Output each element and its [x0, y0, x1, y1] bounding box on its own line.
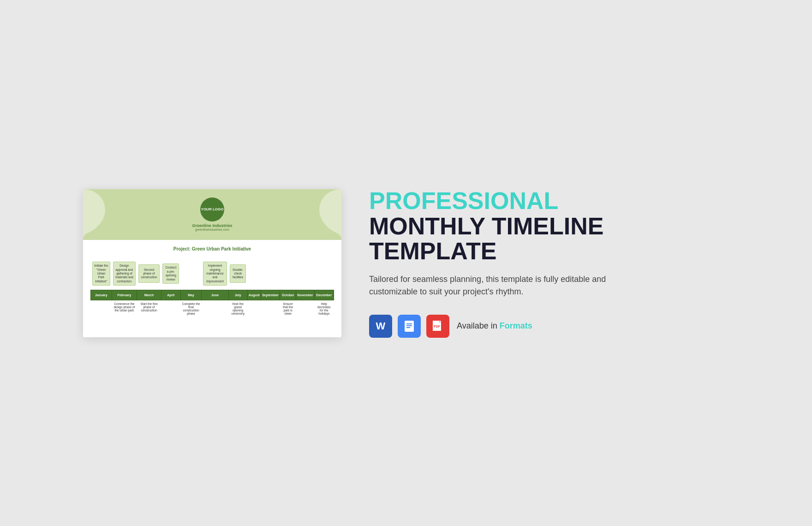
- month-apr: April: [161, 290, 180, 300]
- word-icon: W: [369, 315, 392, 338]
- task-jul: Double-check facilities: [228, 258, 247, 290]
- svg-text:PDF: PDF: [434, 325, 441, 328]
- main-container: YOUR LOGO Greenline Industries greenline…: [83, 188, 729, 338]
- month-may: May: [180, 290, 202, 300]
- btask-may: Complete the final construction phase: [180, 300, 202, 328]
- company-name: Greenline Industries: [192, 223, 232, 228]
- task-box-mar: Second phase of construction: [138, 264, 160, 283]
- task-may: [180, 258, 202, 290]
- task-feb: Design approval and gathering of materia…: [112, 258, 137, 290]
- month-oct: October: [280, 290, 296, 300]
- btask-jun: [202, 300, 228, 328]
- btask-dec: Help decorates for the holidays: [314, 300, 334, 328]
- docs-svg: [403, 320, 416, 333]
- task-apr: Conduct a pre-opening review: [161, 258, 180, 290]
- task-jun: Implement ongoing maintenance and improv…: [202, 258, 228, 290]
- formats-row: W PDF Avai: [369, 315, 729, 338]
- header-center: YOUR LOGO Greenline Industries greenline…: [192, 197, 232, 231]
- btask-oct: Ensure that the park is clean: [280, 300, 296, 328]
- task-mar: Second phase of construction: [137, 258, 161, 290]
- doc-body: Project: Green Urban Park Initiative Ini…: [83, 240, 341, 337]
- task-dec: [314, 258, 334, 290]
- task-box-apr: Conduct a pre-opening review: [162, 263, 179, 284]
- available-label: Availabe in: [457, 321, 497, 330]
- top-task-row: Initiate the "Green Urban Park Initiativ…: [91, 258, 334, 290]
- btask-mar: Start the first phase of construction: [137, 300, 161, 328]
- task-sep: [261, 258, 280, 290]
- timeline-table: Initiate the "Green Urban Park Initiativ…: [90, 258, 334, 328]
- month-mar: March: [137, 290, 161, 300]
- headline: Professional Monthly Timeline Template: [369, 188, 729, 264]
- task-oct: [280, 258, 296, 290]
- task-aug: [247, 258, 261, 290]
- pdf-icon: PDF: [426, 315, 449, 338]
- description-text: Tailored for seamless planning, this tem…: [369, 273, 627, 298]
- headline-line3: Template: [369, 238, 496, 264]
- bottom-task-row: Commence the design phase of the urban p…: [91, 300, 334, 328]
- month-jan: January: [91, 290, 112, 300]
- month-nov: November: [296, 290, 314, 300]
- company-url: greenlineindustries.com: [195, 228, 229, 231]
- task-nov: [296, 258, 314, 290]
- task-box-feb: Design approval and gathering of materia…: [113, 262, 136, 286]
- pdf-svg: PDF: [431, 320, 444, 333]
- month-dec: December: [314, 290, 334, 300]
- btask-aug: [247, 300, 261, 328]
- month-aug: August: [247, 290, 261, 300]
- headline-line2: Monthly Timeline: [369, 213, 603, 239]
- document-preview: YOUR LOGO Greenline Industries greenline…: [83, 189, 341, 337]
- btask-feb: Commence the design phase of the urban p…: [112, 300, 137, 328]
- btask-apr: [161, 300, 180, 328]
- month-row: January February March April May June Ju…: [91, 290, 334, 300]
- task-box-jun: Implement ongoing maintenance and improv…: [203, 262, 227, 286]
- right-content: Professional Monthly Timeline Template T…: [369, 188, 729, 338]
- doc-header: YOUR LOGO Greenline Industries greenline…: [83, 189, 341, 240]
- formats-text: Availabe in Formats: [457, 321, 532, 331]
- btask-nov: [296, 300, 314, 328]
- wave-right-decoration: [286, 189, 341, 240]
- wave-left-decoration: [83, 189, 138, 240]
- docs-icon: [398, 315, 421, 338]
- month-jun: June: [202, 290, 228, 300]
- month-feb: February: [112, 290, 137, 300]
- logo-circle: YOUR LOGO: [200, 197, 224, 221]
- project-title: Project: Green Urban Park Initiative: [90, 246, 334, 251]
- month-jul: July: [228, 290, 247, 300]
- task-jan: Initiate the "Green Urban Park Initiativ…: [91, 258, 112, 290]
- btask-jan: [91, 300, 112, 328]
- task-box-jan: Initiate the "Green Urban Park Initiativ…: [92, 262, 111, 286]
- headline-line1: Professional: [369, 187, 558, 214]
- btask-jul: Host the grand opening ceremony: [228, 300, 247, 328]
- task-box-jul: Double-check facilities: [230, 264, 246, 283]
- btask-sep: [261, 300, 280, 328]
- formats-highlight: Formats: [500, 321, 532, 330]
- month-sep: September: [261, 290, 280, 300]
